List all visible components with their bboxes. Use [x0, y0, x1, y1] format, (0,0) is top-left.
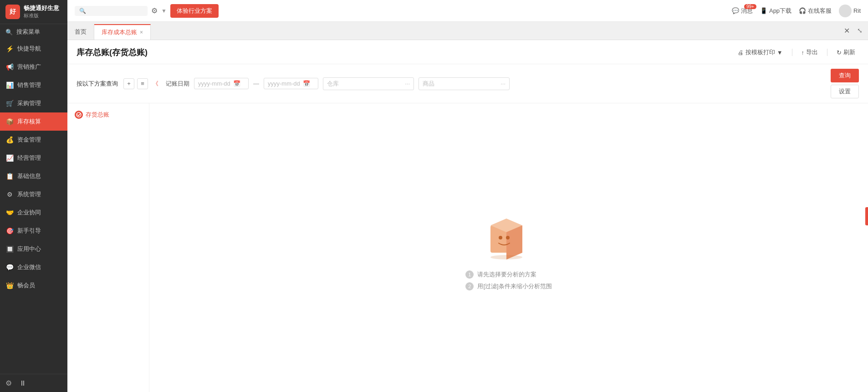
- sidebar-item-finance[interactable]: 💰 资金管理: [0, 131, 67, 149]
- sidebar-bottom: ⚙ ⏸: [0, 374, 67, 392]
- nav-icon-finance: 💰: [5, 136, 14, 144]
- sidebar-item-app-center[interactable]: 🔲 应用中心: [0, 240, 67, 258]
- topbar: 🔍 ⚙ ▼ 体验行业方案 💬 消息 99+ 📱 App下载 🎧 在线客服: [67, 0, 868, 22]
- filter-bar: 按以下方案查询 + ≡ 《 记账日期 yyyy-mm-dd 📅 — yyyy-m…: [67, 64, 868, 103]
- nav-label-operations: 经营管理: [17, 154, 41, 162]
- sidebar-item-enterprise[interactable]: 🤝 企业协同: [0, 204, 67, 222]
- empty-svg: [481, 205, 536, 260]
- nav-label-quick-nav: 快捷导航: [17, 45, 41, 53]
- industry-btn[interactable]: 体验行业方案: [170, 4, 219, 18]
- nav-label-purchase: 采购管理: [17, 99, 41, 107]
- message-btn[interactable]: 💬 消息 99+: [732, 7, 753, 15]
- sidebar-nav: ⚡ 快捷导航 📢 营销推广 📊 销售管理 🛒 采购管理 📦 库存核算 💰 资金管…: [0, 40, 67, 374]
- refresh-icon: ↻: [837, 49, 842, 56]
- nav-icon-operations: 📈: [5, 154, 14, 162]
- page-title: 库存总账(存货总账): [77, 47, 148, 58]
- nav-icon-app-center: 🔲: [5, 245, 14, 253]
- date-to-input[interactable]: yyyy-mm-dd 📅: [264, 78, 318, 89]
- nav-label-guide: 新手引导: [17, 227, 41, 235]
- sidebar-item-operations[interactable]: 📈 经营管理: [0, 149, 67, 167]
- sidebar-item-guide[interactable]: 🎯 新手引导: [0, 222, 67, 240]
- refresh-btn[interactable]: ↻ 刷新: [833, 46, 859, 58]
- sidebar-item-basic-info[interactable]: 📋 基础信息: [0, 167, 67, 185]
- settings-btn[interactable]: 设置: [831, 85, 859, 98]
- sidebar-item-wechat[interactable]: 💬 企业微信: [0, 258, 67, 276]
- filter-add-btn[interactable]: +: [123, 78, 134, 89]
- filter-label: 按以下方案查询: [77, 80, 118, 88]
- print-template-btn[interactable]: 🖨 按模板打印 ▼: [734, 46, 786, 58]
- calendar-icon-from[interactable]: 📅: [233, 80, 240, 87]
- scheme-icon: [75, 111, 83, 119]
- export-icon: ↑: [802, 49, 805, 56]
- filter-menu-btn[interactable]: ≡: [137, 78, 148, 89]
- nav-icon-wechat: 💬: [5, 263, 14, 271]
- app-logo-icon: 好: [5, 5, 20, 19]
- scheme-item-inventory[interactable]: 存货总账: [67, 107, 149, 122]
- empty-tip-2: 2 用[过滤]条件来缩小分析范围: [465, 282, 551, 290]
- tab-inventory-ledger[interactable]: 库存成本总账 ×: [94, 24, 151, 40]
- product-more-icon: ···: [500, 80, 505, 87]
- sidebar-item-purchase[interactable]: 🛒 采购管理: [0, 94, 67, 112]
- sidebar-item-marketing[interactable]: 📢 营销推广: [0, 58, 67, 76]
- export-btn[interactable]: ↑ 导出: [798, 46, 822, 58]
- topbar-gear-icon[interactable]: ⚙: [151, 6, 158, 15]
- action-separator-1: [792, 49, 792, 56]
- nav-label-app-center: 应用中心: [17, 245, 41, 253]
- tab-home[interactable]: 首页: [67, 24, 94, 40]
- message-icon: 💬: [732, 7, 739, 14]
- online-service-btn[interactable]: 🎧 在线客服: [799, 7, 832, 15]
- date-from-placeholder: yyyy-mm-dd: [198, 80, 230, 87]
- content-area: 存货总账: [67, 103, 868, 392]
- tab-close-btn[interactable]: ×: [140, 29, 143, 36]
- main-area: 🔍 ⚙ ▼ 体验行业方案 💬 消息 99+ 📱 App下载 🎧 在线客服: [67, 0, 868, 392]
- app-logo-text: 畅捷通好生意 标准版: [24, 5, 59, 19]
- product-select[interactable]: 商品 ···: [419, 77, 510, 90]
- nav-icon-sales: 📊: [5, 81, 14, 89]
- user-menu[interactable]: Rit: [839, 5, 861, 17]
- query-btn[interactable]: 查询: [831, 69, 859, 82]
- sidebar-item-sales[interactable]: 📊 销售管理: [0, 76, 67, 94]
- sidebar-item-inventory[interactable]: 📦 库存核算: [0, 112, 67, 131]
- tip-2-num: 2: [465, 282, 474, 290]
- date-from-input[interactable]: yyyy-mm-dd 📅: [194, 78, 249, 89]
- sidebar-item-member[interactable]: 👑 畅会员: [0, 276, 67, 295]
- nav-icon-quick-nav: ⚡: [5, 45, 14, 53]
- date-to-placeholder: yyyy-mm-dd: [268, 80, 300, 87]
- settings-icon[interactable]: ⚙: [5, 379, 12, 387]
- message-badge: 99+: [744, 4, 756, 9]
- search-icon: 🔍: [5, 29, 13, 36]
- warehouse-select[interactable]: 仓库 ···: [323, 77, 414, 90]
- topbar-search-box[interactable]: 🔍: [75, 6, 148, 16]
- window-close-icon[interactable]: ✕: [842, 25, 852, 37]
- tab-close-area: ✕ ⤡: [842, 21, 868, 40]
- tip-1-text: 请先选择要分析的方案: [477, 270, 536, 279]
- username-label: Rit: [853, 7, 861, 14]
- print-dropdown-icon: ▼: [777, 49, 783, 56]
- window-resize-icon[interactable]: ⤡: [855, 25, 864, 36]
- sidebar-item-system[interactable]: ⚙ 系统管理: [0, 185, 67, 204]
- calendar-icon-to[interactable]: 📅: [303, 80, 310, 87]
- svg-point-5: [506, 236, 510, 239]
- nav-icon-member: 👑: [5, 281, 14, 290]
- sidebar-logo: 好 畅捷通好生意 标准版: [0, 0, 67, 24]
- topbar-right: 💬 消息 99+ 📱 App下载 🎧 在线客服 Rit: [732, 5, 861, 17]
- filter-collapse-btn[interactable]: 《: [151, 80, 160, 88]
- tip-2-text: 用[过滤]条件来缩小分析范围: [477, 282, 551, 290]
- empty-state: 1 请先选择要分析的方案 2 用[过滤]条件来缩小分析范围: [149, 103, 868, 392]
- tab-home-label: 首页: [75, 28, 87, 36]
- scheme-list: 存货总账: [67, 103, 149, 392]
- nav-label-enterprise: 企业协同: [17, 209, 41, 217]
- page-actions: 🖨 按模板打印 ▼ ↑ 导出 ↻ 刷新: [734, 46, 859, 58]
- sidebar-item-quick-nav[interactable]: ⚡ 快捷导航: [0, 40, 67, 58]
- headset-icon: 🎧: [799, 7, 806, 14]
- page-content: 库存总账(存货总账) 🖨 按模板打印 ▼ ↑ 导出 ↻ 刷新: [67, 40, 868, 392]
- filter-actions: + ≡ 《: [123, 78, 160, 89]
- app-download-btn[interactable]: 📱 App下载: [760, 7, 791, 15]
- sidebar-search[interactable]: 🔍 搜索菜单: [0, 24, 67, 40]
- empty-text: 1 请先选择要分析的方案 2 用[过滤]条件来缩小分析范围: [465, 270, 551, 290]
- nav-label-sales: 销售管理: [17, 81, 41, 89]
- right-edge-indicator: [865, 207, 868, 225]
- tab-inventory-ledger-label: 库存成本总账: [102, 28, 137, 36]
- product-placeholder: 商品: [423, 80, 434, 88]
- audio-icon[interactable]: ⏸: [19, 379, 26, 387]
